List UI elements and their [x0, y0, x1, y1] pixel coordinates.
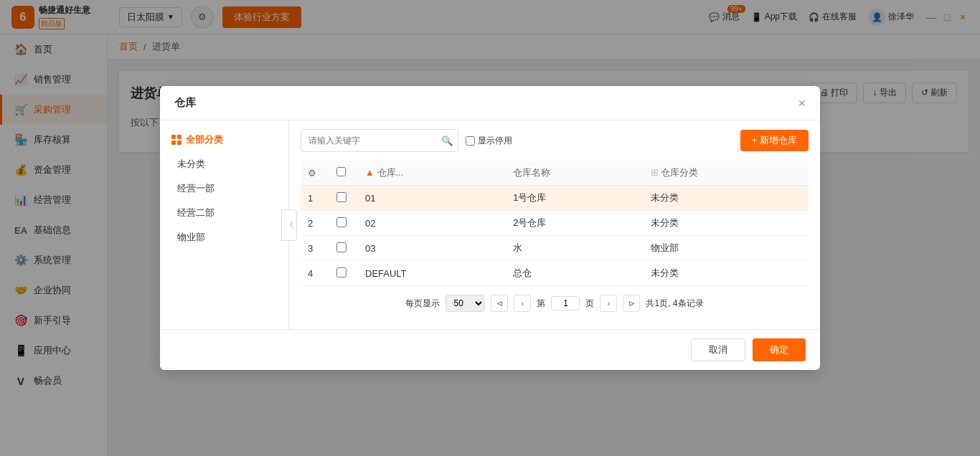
per-page-label: 每页显示 — [405, 298, 440, 310]
table-row[interactable]: 2 02 2号仓库 未分类 — [301, 211, 809, 236]
row-category: 物业部 — [644, 236, 809, 261]
row-category: 未分类 — [644, 261, 809, 286]
total-records: 共1页, 4条记录 — [646, 298, 703, 310]
table-row[interactable]: 4 DEFAULT 总仓 未分类 — [301, 261, 809, 286]
row-index: 3 — [301, 236, 329, 261]
next-page-button[interactable]: › — [600, 295, 617, 312]
category-collapse-button[interactable]: 《 — [281, 209, 297, 241]
row-checkbox[interactable] — [336, 217, 347, 227]
th-name: 仓库名称 — [506, 161, 643, 186]
row-code: 02 — [358, 211, 506, 236]
pagination-bar: 每页显示 50 100 ⊲ ‹ 第 页 › ⊳ 共1页, 4条记录 — [301, 286, 809, 320]
row-index: 1 — [301, 186, 329, 211]
row-checkbox[interactable] — [336, 242, 347, 252]
sort-icon: ▲ — [365, 167, 374, 178]
warehouse-modal: 仓库 × 全部分类 未分类 经营一部 经营二部 物业部 《 — [160, 86, 820, 370]
category-item-property[interactable]: 物业部 — [160, 225, 288, 250]
row-checkbox[interactable] — [336, 192, 347, 202]
warehouse-table: ⚙ ▲ 仓库... 仓库名称 — [301, 161, 809, 286]
modal-close-button[interactable]: × — [798, 97, 806, 110]
show-disabled-label: 显示停用 — [466, 135, 512, 147]
row-name: 1号仓库 — [506, 186, 643, 211]
search-input[interactable] — [301, 132, 436, 149]
category-all-item[interactable]: 全部分类 — [160, 128, 288, 152]
row-category: 未分类 — [644, 211, 809, 236]
search-button[interactable]: 🔍 — [436, 130, 458, 151]
th-code: ▲ 仓库... — [358, 161, 506, 186]
modal-header: 仓库 × — [160, 86, 820, 120]
page-label: 第 — [537, 298, 545, 310]
row-name: 水 — [506, 236, 643, 261]
per-page-select[interactable]: 50 100 — [446, 295, 485, 312]
row-checkbox-cell — [329, 211, 358, 236]
th-checkbox — [329, 161, 358, 186]
page-suffix: 页 — [585, 298, 594, 310]
th-category: ⊞ 仓库分类 — [644, 161, 809, 186]
row-checkbox-cell — [329, 186, 358, 211]
row-index: 4 — [301, 261, 329, 286]
table-row[interactable]: 3 03 水 物业部 — [301, 236, 809, 261]
table-panel: 🔍 显示停用 + 新增仓库 ⚙ — [289, 120, 820, 329]
table-toolbar: 🔍 显示停用 + 新增仓库 — [301, 129, 809, 152]
config-icon: ⚙ — [308, 168, 316, 179]
category-panel: 全部分类 未分类 经营一部 经营二部 物业部 《 — [160, 120, 289, 329]
category-item-ops2[interactable]: 经营二部 — [160, 201, 288, 225]
row-code: 01 — [358, 186, 506, 211]
th-config: ⚙ — [301, 161, 329, 186]
cancel-button[interactable]: 取消 — [691, 338, 745, 361]
category-all-label: 全部分类 — [186, 133, 223, 146]
category-item-ops1[interactable]: 经营一部 — [160, 176, 288, 201]
row-checkbox[interactable] — [336, 267, 347, 277]
row-checkbox-cell — [329, 261, 358, 286]
table-header-row: ⚙ ▲ 仓库... 仓库名称 — [301, 161, 809, 186]
table-body: 1 01 1号仓库 未分类 2 — [301, 186, 809, 286]
row-code: 03 — [358, 236, 506, 261]
new-warehouse-button[interactable]: + 新增仓库 — [740, 130, 809, 151]
first-page-button[interactable]: ⊲ — [491, 295, 508, 312]
show-disabled-checkbox[interactable] — [466, 136, 475, 146]
select-all-checkbox[interactable] — [336, 167, 346, 176]
row-name: 2号仓库 — [506, 211, 643, 236]
grid-icon — [171, 135, 182, 145]
row-name: 总仓 — [506, 261, 643, 286]
row-code: DEFAULT — [358, 261, 506, 286]
category-col-icon: ⊞ — [651, 167, 659, 178]
modal-title: 仓库 — [174, 96, 196, 110]
prev-page-button[interactable]: ‹ — [514, 295, 531, 312]
modal-footer: 取消 确定 — [160, 329, 820, 370]
confirm-button[interactable]: 确定 — [753, 338, 806, 361]
category-item-unclassified[interactable]: 未分类 — [160, 152, 288, 176]
last-page-button[interactable]: ⊳ — [623, 295, 640, 312]
search-icon: 🔍 — [441, 136, 453, 146]
search-input-wrap: 🔍 — [301, 129, 458, 152]
modal-overlay: 仓库 × 全部分类 未分类 经营一部 经营二部 物业部 《 — [0, 0, 980, 456]
modal-body: 全部分类 未分类 经营一部 经营二部 物业部 《 🔍 — [160, 120, 820, 329]
table-row[interactable]: 1 01 1号仓库 未分类 — [301, 186, 809, 211]
page-number-input[interactable] — [551, 296, 580, 310]
row-checkbox-cell — [329, 236, 358, 261]
row-category: 未分类 — [644, 186, 809, 211]
row-index: 2 — [301, 211, 329, 236]
